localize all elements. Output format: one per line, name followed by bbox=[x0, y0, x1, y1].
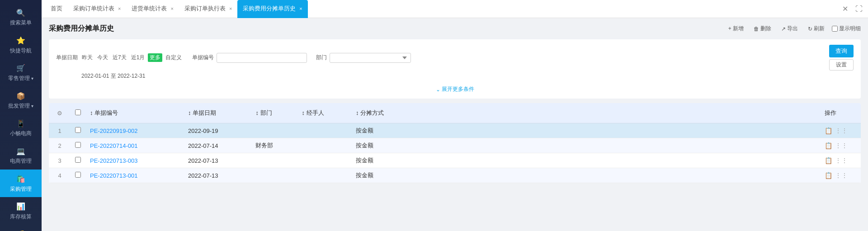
table-settings-icon[interactable]: ⚙ bbox=[53, 107, 66, 119]
tab-purchase-order-stats[interactable]: 采购订单统计表× bbox=[68, 0, 126, 18]
inventory-icon: 📊 bbox=[2, 202, 40, 212]
header-actions: + 新增 🗑 删除 ↗ 导出 ↻ 刷新 显示明细 bbox=[726, 24, 861, 34]
date-filter-group: 单据日期 昨天 今天 近7天 近1月 更多 自定义 bbox=[56, 53, 183, 62]
row-dept bbox=[251, 153, 297, 168]
tab-purchase-cost-history[interactable]: 采购费用分摊单历史× bbox=[237, 0, 307, 18]
purchase-icon: 🛍️ bbox=[2, 174, 40, 184]
row-number: 2 bbox=[49, 138, 71, 153]
sidebar-item-finance[interactable]: 💰资金管理 bbox=[0, 225, 42, 231]
edit-icon[interactable]: 📋 bbox=[825, 127, 832, 134]
col-handler-sort-icon: ↕ bbox=[302, 109, 306, 116]
sidebar-item-purchase[interactable]: 🛍️采购管理 bbox=[0, 170, 42, 197]
sidebar-item-label: 零售管理 bbox=[8, 75, 30, 81]
row-checkbox-cell bbox=[71, 168, 85, 183]
sidebar-item-ecommerce[interactable]: 💻电商管理 bbox=[0, 142, 42, 170]
more-ops-icon[interactable]: ⋮⋮ bbox=[835, 172, 848, 179]
row-doc-date: 2022-07-13 bbox=[184, 168, 251, 183]
yesterday-btn[interactable]: 昨天 bbox=[80, 53, 94, 62]
tab-close-icon[interactable]: × bbox=[170, 6, 173, 11]
dept-select[interactable] bbox=[330, 53, 411, 63]
show-cols-input[interactable] bbox=[832, 26, 838, 32]
sidebar-item-inventory[interactable]: 📊库存核算 bbox=[0, 197, 42, 225]
finance-icon: 💰 bbox=[2, 230, 40, 231]
tab-purchase-order-exec[interactable]: 采购订单执行表× bbox=[179, 0, 237, 18]
page-title: 采购费用分摊单历史 bbox=[49, 24, 114, 33]
more-ops-icon[interactable]: ⋮⋮ bbox=[835, 157, 848, 164]
table-row: 1 PE-20220919-002 2022-09-19 按金额 📋 ⋮⋮ bbox=[49, 123, 861, 138]
delete-icon: 🗑 bbox=[754, 26, 759, 32]
filter-row: 单据日期 昨天 今天 近7天 近1月 更多 自定义 单据编号 bbox=[56, 45, 854, 71]
doc-no-link[interactable]: PE-20220919-002 bbox=[90, 127, 138, 134]
doc-no-link[interactable]: PE-20220713-001 bbox=[90, 172, 138, 179]
custom-btn[interactable]: 自定义 bbox=[164, 53, 183, 62]
doc-no-link[interactable]: PE-20220713-003 bbox=[90, 157, 138, 164]
tab-close-icon[interactable]: × bbox=[229, 6, 232, 11]
sidebar-item-label: 快捷导航 bbox=[10, 47, 32, 54]
tab-stock-stats[interactable]: 进货单统计表× bbox=[126, 0, 179, 18]
maximize-window-icon[interactable]: ⛶ bbox=[854, 4, 864, 14]
query-button[interactable]: 查询 bbox=[829, 45, 854, 57]
sidebar-item-label: 批发管理 bbox=[8, 103, 30, 109]
row-ops: 📋 ⋮⋮ bbox=[820, 123, 861, 138]
more-ops-icon[interactable]: ⋮⋮ bbox=[835, 127, 848, 134]
row-ops: 📋 ⋮⋮ bbox=[820, 138, 861, 153]
last7days-btn[interactable]: 近7天 bbox=[111, 53, 128, 62]
col-gear: ⚙ bbox=[49, 103, 71, 123]
table-header-row: ⚙ ↕ 单据编号 ↕ 单据日期 ↕ 部门 bbox=[49, 103, 861, 123]
row-checkbox[interactable] bbox=[75, 172, 81, 178]
row-handler bbox=[297, 138, 351, 153]
dept-label: 部门 bbox=[316, 54, 327, 61]
col-handler: ↕ 经手人 bbox=[297, 103, 351, 123]
row-doc-date: 2022-07-14 bbox=[184, 138, 251, 153]
row-number: 1 bbox=[49, 123, 71, 138]
row-checkbox[interactable] bbox=[75, 127, 81, 133]
refresh-button[interactable]: ↻ 刷新 bbox=[805, 24, 827, 34]
col-doc-no: ↕ 单据编号 bbox=[85, 103, 184, 123]
tab-label: 进货单统计表 bbox=[132, 5, 167, 13]
sidebar-item-shortcut[interactable]: ⭐快捷导航 bbox=[0, 31, 42, 59]
tab-label: 采购订单统计表 bbox=[73, 5, 114, 13]
col-split-method: ↕ 分摊方式 bbox=[351, 103, 820, 123]
row-checkbox[interactable] bbox=[75, 157, 81, 163]
row-dept bbox=[251, 168, 297, 183]
select-all-checkbox[interactable] bbox=[75, 109, 81, 115]
data-table: ⚙ ↕ 单据编号 ↕ 单据日期 ↕ 部门 bbox=[49, 103, 861, 183]
shortcut-icon: ⭐ bbox=[2, 36, 40, 46]
edit-icon[interactable]: 📋 bbox=[825, 172, 832, 179]
show-cols-checkbox[interactable]: 显示明细 bbox=[832, 25, 861, 33]
table-row: 2 PE-20220714-001 2022-07-14 财务部 按金额 📋 ⋮… bbox=[49, 138, 861, 153]
expand-more-btn[interactable]: ⌄ 展开更多条件 bbox=[436, 85, 474, 93]
dept-filter-group: 部门 bbox=[316, 53, 411, 63]
row-doc-no: PE-20220919-002 bbox=[85, 123, 184, 138]
sidebar-item-retail[interactable]: 🛒零售管理 ▾ bbox=[0, 59, 42, 86]
export-button[interactable]: ↗ 导出 bbox=[778, 24, 801, 34]
row-checkbox[interactable] bbox=[75, 142, 81, 148]
col-checkbox bbox=[71, 103, 85, 123]
last1month-btn[interactable]: 近1月 bbox=[130, 53, 146, 62]
export-icon: ↗ bbox=[781, 26, 786, 32]
doc-no-input[interactable] bbox=[217, 53, 307, 63]
main-area: 首页采购订单统计表×进货单统计表×采购订单执行表×采购费用分摊单历史× ✕ ⛶ … bbox=[42, 0, 868, 231]
settings-button[interactable]: 设置 bbox=[829, 59, 854, 71]
edit-icon[interactable]: 📋 bbox=[825, 142, 832, 149]
doc-no-label: 单据编号 bbox=[192, 54, 214, 61]
tab-home[interactable]: 首页 bbox=[45, 0, 68, 18]
row-split-method: 按金额 bbox=[351, 123, 820, 138]
more-ops-icon[interactable]: ⋮⋮ bbox=[835, 142, 848, 149]
tab-close-icon[interactable]: × bbox=[299, 6, 302, 11]
add-button[interactable]: + 新增 bbox=[726, 24, 746, 34]
sidebar-item-miniapp[interactable]: 📱小畅电商 bbox=[0, 114, 42, 142]
tab-label: 采购订单执行表 bbox=[184, 5, 226, 13]
doc-no-link[interactable]: PE-20220714-001 bbox=[90, 142, 138, 149]
close-window-icon[interactable]: ✕ bbox=[840, 4, 850, 14]
col-split-method-sort-icon: ↕ bbox=[356, 109, 360, 116]
tab-close-icon[interactable]: × bbox=[118, 6, 121, 11]
ecommerce-icon: 💻 bbox=[2, 146, 40, 156]
sidebar-item-search[interactable]: 🔍搜索菜单 bbox=[0, 4, 42, 31]
edit-icon[interactable]: 📋 bbox=[825, 157, 832, 164]
page-body: 采购费用分摊单历史 + 新增 🗑 删除 ↗ 导出 ↻ 刷新 显示明细 bbox=[42, 18, 868, 231]
delete-button[interactable]: 🗑 删除 bbox=[751, 24, 774, 34]
sidebar-item-wholesale[interactable]: 📦批发管理 ▾ bbox=[0, 87, 42, 114]
today-btn[interactable]: 今天 bbox=[96, 53, 109, 62]
more-btn[interactable]: 更多 bbox=[148, 53, 162, 62]
